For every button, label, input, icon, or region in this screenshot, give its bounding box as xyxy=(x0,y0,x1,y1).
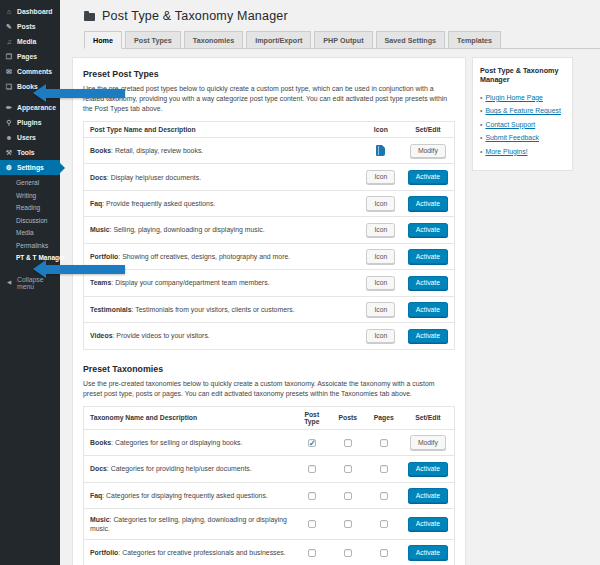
sidebar-item-plugins[interactable]: ⚲Plugins xyxy=(0,115,60,130)
taxonomy-description: Books: Categories for selling or display… xyxy=(84,429,294,455)
pages-checkbox[interactable] xyxy=(380,549,388,557)
pages-checkbox[interactable] xyxy=(380,520,388,528)
sidebar-item-media[interactable]: ♫Media xyxy=(0,34,60,49)
info-link-plugin-home-page[interactable]: Plugin Home Page xyxy=(485,94,542,103)
info-links: •Plugin Home Page•Bugs & Feature Request… xyxy=(480,94,565,157)
post-type-description: Music: Selling, playing, downloading or … xyxy=(84,217,360,243)
sidebar-item-tools[interactable]: ⚒Tools xyxy=(0,145,60,160)
tab-saved-settings[interactable]: Saved Settings xyxy=(376,31,446,49)
admin-content: Post Type & Taxonomy Manager HomePost Ty… xyxy=(60,0,600,565)
tab-post-types[interactable]: Post Types xyxy=(125,31,181,49)
activate-button[interactable]: Activate xyxy=(408,249,448,263)
icon-button[interactable]: Icon xyxy=(366,249,395,263)
pages-checkbox[interactable] xyxy=(380,439,388,447)
info-link-more-plugins-[interactable]: More Plugins! xyxy=(485,148,527,157)
settings-icon: ⚙ xyxy=(5,164,13,171)
sidebar-item-settings[interactable]: ⚙Settings xyxy=(0,160,60,175)
modify-button[interactable]: Modify xyxy=(410,435,446,449)
sidebar-item-pages[interactable]: ❐Pages xyxy=(0,49,60,64)
submenu-item-media[interactable]: Media xyxy=(0,227,60,240)
column-header: Pages xyxy=(366,406,402,429)
sidebar-item-label: Appearance xyxy=(17,104,56,111)
icon-button[interactable]: Icon xyxy=(366,329,395,343)
sidebar-item-label: Media xyxy=(17,38,36,45)
post-type-row: Faq: Provide frequently asked questions.… xyxy=(84,190,455,216)
icon-cell: Icon xyxy=(360,243,402,269)
activate-button[interactable]: Activate xyxy=(408,276,448,290)
sidebar-item-dashboard[interactable]: ⌂Dashboard xyxy=(0,4,60,19)
sidebar-item-posts[interactable]: ✎Posts xyxy=(0,19,60,34)
submenu-item-reading[interactable]: Reading xyxy=(0,202,60,215)
info-link-submit-feedback[interactable]: Submit Feedback xyxy=(485,134,539,143)
activate-button[interactable]: Activate xyxy=(408,462,448,476)
media-icon: ♫ xyxy=(5,38,13,45)
posts-checkbox[interactable] xyxy=(344,439,352,447)
collapse-arrow-icon: ◀ xyxy=(5,280,13,286)
icon-button[interactable]: Icon xyxy=(366,170,395,184)
book-icon: ❏ xyxy=(5,83,13,90)
submenu-item-discussion[interactable]: Discussion xyxy=(0,215,60,228)
posts-checkbox[interactable] xyxy=(344,520,352,528)
sidebar-item-comments[interactable]: ✉Comments xyxy=(0,64,60,79)
submenu-item-writing[interactable]: Writing xyxy=(0,190,60,203)
post-type-checkbox[interactable] xyxy=(308,492,316,500)
icon-button[interactable]: Icon xyxy=(366,276,395,290)
sidebar-item-label: Dashboard xyxy=(17,8,53,15)
set-edit-cell: Activate xyxy=(402,323,455,349)
taxonomy-description: Docs: Categories for providing help/user… xyxy=(84,456,294,482)
activate-button[interactable]: Activate xyxy=(408,488,448,502)
activate-button[interactable]: Activate xyxy=(408,329,448,343)
tab-import-export[interactable]: Import/Export xyxy=(246,31,311,49)
post-type-checkbox[interactable] xyxy=(308,439,316,447)
tab-templates[interactable]: Templates xyxy=(448,31,501,49)
sidebar-item-label: Users xyxy=(17,134,36,141)
plugin-icon: ⚲ xyxy=(5,119,13,126)
post-type-checkbox[interactable] xyxy=(308,520,316,528)
bullet-icon: • xyxy=(480,121,482,130)
info-link-bugs-feature-request[interactable]: Bugs & Feature Request xyxy=(485,107,560,116)
preset-post-types-heading: Preset Post Types xyxy=(83,69,455,79)
post_type-cell xyxy=(294,509,330,540)
pages-checkbox[interactable] xyxy=(380,465,388,473)
column-header: Taxonomy Name and Description xyxy=(84,406,294,429)
modify-button[interactable]: Modify xyxy=(410,144,446,158)
activate-button[interactable]: Activate xyxy=(408,517,448,531)
taxonomy-description: Portfolio: Categories for creative profe… xyxy=(84,539,294,565)
posts-checkbox[interactable] xyxy=(344,465,352,473)
icon-button[interactable]: Icon xyxy=(366,223,395,237)
sidebar-item-users[interactable]: ☻Users xyxy=(0,130,60,145)
set-edit-cell: Activate xyxy=(402,456,455,482)
info-link-contact-support[interactable]: Contact Support xyxy=(485,121,535,130)
set-edit-cell: Activate xyxy=(402,509,455,540)
activate-button[interactable]: Activate xyxy=(408,302,448,316)
pages-checkbox[interactable] xyxy=(380,492,388,500)
sidebar-item-appearance[interactable]: ✏Appearance xyxy=(0,100,60,115)
bullet-icon: • xyxy=(480,107,482,116)
posts-checkbox[interactable] xyxy=(344,492,352,500)
activate-button[interactable]: Activate xyxy=(408,170,448,184)
activate-button[interactable]: Activate xyxy=(408,196,448,210)
activate-button[interactable]: Activate xyxy=(408,545,448,559)
submenu-item-general[interactable]: General xyxy=(0,177,60,190)
posts-checkbox[interactable] xyxy=(344,549,352,557)
sidebar-item-label: Plugins xyxy=(17,119,42,126)
icon-cell: Icon xyxy=(360,270,402,296)
icon-cell: Icon xyxy=(360,217,402,243)
tab-taxonomies[interactable]: Taxonomies xyxy=(184,31,243,49)
post-type-checkbox[interactable] xyxy=(308,549,316,557)
tab-home[interactable]: Home xyxy=(84,31,122,49)
column-header: Set/Edit xyxy=(402,122,455,138)
set-edit-cell: Activate xyxy=(402,296,455,322)
icon-button[interactable]: Icon xyxy=(366,302,395,316)
set-edit-cell: Activate xyxy=(402,190,455,216)
taxonomy-row: Music: Categories for selling, playing, … xyxy=(84,509,455,540)
post-type-checkbox[interactable] xyxy=(308,465,316,473)
post-types-table: Post Type Name and DescriptionIconSet/Ed… xyxy=(83,121,455,350)
posts-cell xyxy=(330,539,366,565)
submenu-item-permalinks[interactable]: Permalinks xyxy=(0,240,60,253)
post-type-row: Teams: Display your company/department t… xyxy=(84,270,455,296)
icon-button[interactable]: Icon xyxy=(366,196,395,210)
info-link-row: •More Plugins! xyxy=(480,148,565,157)
tab-php-output[interactable]: PHP Output xyxy=(314,31,372,49)
activate-button[interactable]: Activate xyxy=(408,223,448,237)
